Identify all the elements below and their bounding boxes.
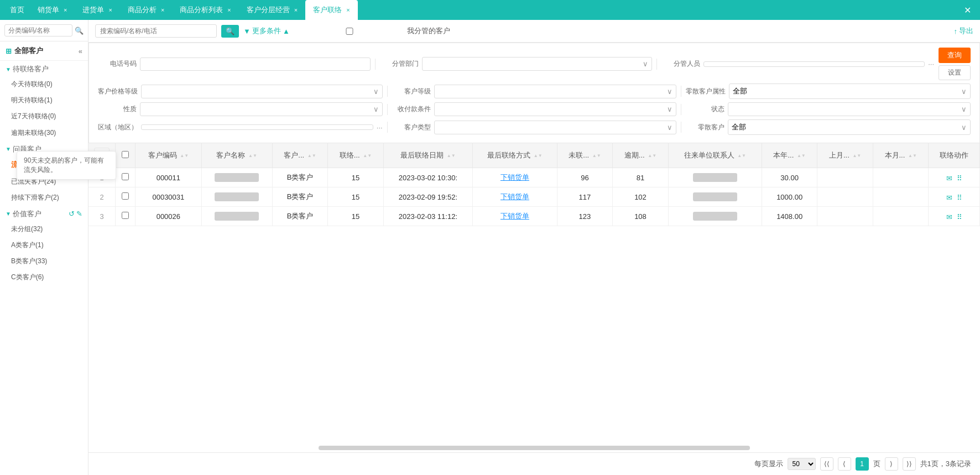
my-customers-checkbox-label[interactable]: 我分管的客户 (294, 26, 450, 36)
close-sales-tab[interactable]: × (64, 0, 67, 20)
tab-home[interactable]: 首页 (4, 0, 30, 20)
sidebar-item-class-c[interactable]: C类客户(6) (0, 269, 88, 285)
td-last-month-0 (817, 168, 873, 187)
contact-icon-0[interactable]: ✉ (946, 174, 952, 182)
td-action-2[interactable]: ✉ ⠿ (929, 207, 980, 226)
manager-more-dots[interactable]: ··· (928, 60, 934, 68)
th-this-month[interactable]: 本月... ▲▼ (873, 143, 929, 168)
filter-customer-level: 客户等级 ∨ (392, 85, 677, 98)
th-last-month[interactable]: 上月... ▲▼ (817, 143, 873, 168)
select-all-checkbox[interactable] (122, 151, 129, 158)
region-more-dots[interactable]: ··· (377, 123, 383, 132)
filter-price-level-select[interactable]: ∨ (141, 85, 383, 98)
sidebar-item-ungrouped[interactable]: 未分组(32) (0, 221, 88, 237)
last-page-button[interactable]: ⟩⟩ (903, 457, 916, 471)
tab-product-analysis-list[interactable]: 商品分析列表 × (172, 0, 238, 20)
row-checkbox-0[interactable] (122, 173, 129, 180)
prev-page-button[interactable]: ⟨ (838, 457, 851, 471)
main-search-button[interactable]: 🔍 (221, 25, 239, 38)
close-customer-contact-tab[interactable]: × (346, 0, 350, 20)
more-action-icon-1[interactable]: ⠿ (957, 194, 962, 202)
td-action-0[interactable]: ✉ ⠿ (929, 168, 980, 187)
more-filter-button[interactable]: ▼ 更多条件 ▲ (243, 26, 290, 36)
td-cb-0[interactable] (116, 168, 135, 187)
refresh-icon[interactable]: ↺ (69, 210, 75, 218)
th-contact-count[interactable]: 联络... ▲▼ (328, 143, 384, 168)
td-type-1: B类客户 (272, 187, 328, 207)
tab-product-analysis[interactable]: 商品分析 × (120, 0, 172, 20)
next-page-button[interactable]: ⟩ (885, 457, 898, 471)
filter-customer-type-select[interactable]: ∨ (434, 121, 677, 134)
td-contact-person-2 (668, 207, 762, 226)
filter-phone-input[interactable] (140, 58, 371, 71)
scrollbar-thumb[interactable] (319, 446, 750, 450)
filter-retail-prop-select[interactable]: 全部 ∨ (729, 83, 971, 99)
setting-button[interactable]: 设置 (939, 65, 971, 80)
td-cb-2[interactable] (116, 207, 135, 226)
contact-icon-2[interactable]: ✉ (946, 213, 952, 221)
filter-region: 区域（地区） ··· (98, 123, 383, 132)
filter-manager-select[interactable] (703, 61, 925, 67)
filter-payment-select[interactable]: ∨ (434, 102, 677, 116)
th-type[interactable]: 客户... ▲▼ (272, 143, 328, 168)
sidebar-item-declining[interactable]: 持续下滑客户(2) (0, 190, 88, 206)
query-button[interactable]: 查询 (939, 48, 971, 63)
my-customers-checkbox[interactable] (294, 28, 405, 35)
scrollbar-track[interactable] (319, 446, 750, 450)
sidebar-item-7days[interactable]: 近7天待联络(0) (0, 108, 88, 124)
tab-sales[interactable]: 销货单 × (30, 0, 75, 20)
filter-region-select[interactable] (141, 124, 373, 130)
sidebar-all-customers-header[interactable]: ⊞ 全部客户 « (0, 41, 88, 61)
row-checkbox-1[interactable] (122, 192, 129, 200)
td-cb-1[interactable] (116, 187, 135, 207)
sidebar-item-today[interactable]: 今天待联络(0) (0, 76, 88, 92)
th-last-contact-method[interactable]: 最后联络方式 ▲▼ (473, 143, 557, 168)
th-uncontacted[interactable]: 未联... ▲▼ (557, 143, 613, 168)
per-page-select[interactable]: 50 100 200 (788, 458, 816, 470)
td-last-method-0[interactable]: 下销货单 (473, 168, 557, 187)
sidebar-item-class-a[interactable]: A类客户(1) (0, 237, 88, 253)
tri-icon-problem: ▼ (6, 146, 11, 152)
close-customer-layering-tab[interactable]: × (294, 0, 298, 20)
td-last-method-1[interactable]: 下销货单 (473, 187, 557, 207)
td-last-method-2[interactable]: 下销货单 (473, 207, 557, 226)
th-contact-person[interactable]: 往来单位联系人 ▲▼ (668, 143, 762, 168)
td-action-1[interactable]: ✉ ⠿ (929, 187, 980, 207)
filter-status-select[interactable]: ∨ (728, 102, 971, 116)
row-checkbox-2[interactable] (122, 212, 129, 219)
th-this-year[interactable]: 本年... ▲▼ (762, 143, 817, 168)
close-purchase-tab[interactable]: × (108, 0, 112, 20)
filter-panel: 电话号码 分管部门 ∨ 分管人员 ··· (88, 43, 980, 143)
first-page-button[interactable]: ⟨⟨ (820, 457, 833, 471)
sidebar-search-icon[interactable]: 🔍 (75, 27, 84, 35)
sidebar-item-overdue[interactable]: 逾期未联络(30) (0, 125, 88, 141)
sidebar-group-pending[interactable]: ▼ 待联络客户 (0, 61, 88, 76)
close-product-analysis-tab[interactable]: × (161, 0, 164, 20)
edit-icon[interactable]: ✎ (76, 210, 82, 218)
tab-customer-contact[interactable]: 客户联络 × (305, 0, 357, 20)
close-all-icon[interactable]: ✕ (960, 5, 976, 15)
more-action-icon-0[interactable]: ⠿ (957, 174, 962, 182)
td-overdue-0: 81 (613, 168, 669, 187)
filter-dept-select[interactable]: ∨ (422, 57, 653, 71)
close-product-analysis-list-tab[interactable]: × (227, 0, 231, 20)
filter-customer-level-select[interactable]: ∨ (434, 85, 677, 98)
sidebar-group-value[interactable]: ▼ 价值客户 ↺ ✎ (0, 206, 88, 221)
th-code[interactable]: 客户编码 ▲▼ (135, 143, 202, 168)
sidebar-search-input[interactable] (4, 24, 72, 36)
tab-purchase[interactable]: 进货单 × (75, 0, 119, 20)
more-action-icon-2[interactable]: ⠿ (957, 213, 962, 221)
th-last-contact-date[interactable]: 最后联络日期 ▲▼ (383, 143, 472, 168)
contact-icon-1[interactable]: ✉ (946, 194, 952, 202)
th-name[interactable]: 客户名称 ▲▼ (201, 143, 272, 168)
tab-customer-layering[interactable]: 客户分层经营 × (239, 0, 305, 20)
export-button[interactable]: ↑ 导出 (954, 26, 974, 36)
filter-dept-label: 分管部门 (380, 59, 419, 69)
filter-retail-customer-select[interactable]: 全部 ∨ (728, 119, 971, 135)
page-1-button[interactable]: 1 (856, 457, 869, 471)
sidebar-item-class-b[interactable]: B类客户(33) (0, 253, 88, 269)
main-search-input[interactable] (95, 24, 217, 38)
sidebar-item-tomorrow[interactable]: 明天待联络(1) (0, 92, 88, 108)
filter-nature-select[interactable]: ∨ (140, 102, 383, 116)
th-overdue[interactable]: 逾期... ▲▼ (613, 143, 669, 168)
